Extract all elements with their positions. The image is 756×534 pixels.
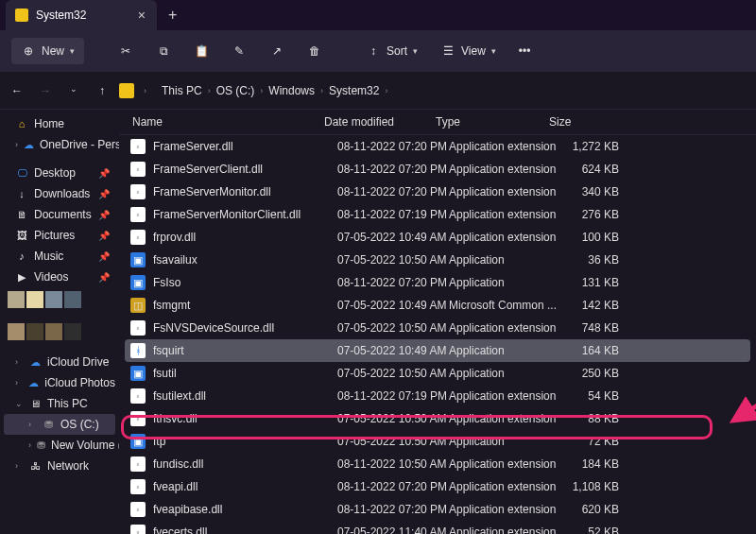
copy-icon: ⧉ xyxy=(156,43,171,59)
file-date: 08-11-2022 10:50 AM xyxy=(337,457,449,471)
file-date: 07-05-2022 10:50 AM xyxy=(337,412,449,425)
nav-os-drive[interactable]: ›⛃OS (C:) xyxy=(4,414,115,435)
paste-icon: 📋 xyxy=(194,43,209,59)
nav-icloud-photos[interactable]: ›☁iCloud Photos xyxy=(0,372,119,393)
file-type: Application extension xyxy=(449,140,562,153)
share-icon: ↗ xyxy=(269,43,284,59)
recent-button[interactable]: ⌄ xyxy=(66,84,81,97)
view-icon: ☰ xyxy=(440,43,455,59)
file-row[interactable]: ▣fsavailux07-05-2022 10:50 AMApplication… xyxy=(119,249,756,271)
breadcrumb-segment[interactable]: This PC xyxy=(162,84,202,97)
file-row[interactable]: ▫fsutilext.dll08-11-2022 07:19 PMApplica… xyxy=(119,385,756,407)
file-name: FrameServerClient.dll xyxy=(153,163,337,176)
file-row[interactable]: ▫frprov.dll07-05-2022 10:49 AMApplicatio… xyxy=(119,226,756,249)
file-type: Application extension xyxy=(449,389,562,403)
file-name: FsNVSDeviceSource.dll xyxy=(153,321,337,335)
file-row[interactable]: ᚼfsquirt07-05-2022 10:49 AMApplication16… xyxy=(125,339,750,362)
file-type: Application extension xyxy=(449,480,562,493)
share-button[interactable]: ↗ xyxy=(260,38,294,64)
file-icon: ᚼ xyxy=(130,343,146,358)
file-icon: ▣ xyxy=(130,366,146,381)
nav-new-volume[interactable]: ›⛃New Volume (D:) xyxy=(0,435,119,456)
file-name: FrameServerMonitorClient.dll xyxy=(153,208,337,221)
toolbar: ⊕ New ▾ ✂ ⧉ 📋 ✎ ↗ 🗑 ↕ Sort ▾ ☰ View ▾ ••… xyxy=(0,30,756,72)
up-button[interactable]: ↑ xyxy=(94,84,110,97)
column-type[interactable]: Type xyxy=(436,115,549,129)
color-swatch xyxy=(64,291,81,308)
view-button[interactable]: ☰ View ▾ xyxy=(431,38,506,64)
chevron-down-icon: ▾ xyxy=(70,46,75,56)
file-type: Application xyxy=(449,367,562,380)
paste-button[interactable]: 📋 xyxy=(184,38,218,64)
sort-button[interactable]: ↕ Sort ▾ xyxy=(356,38,427,64)
file-row[interactable]: ▣FsIso08-11-2022 07:20 PMApplication131 … xyxy=(119,271,756,294)
file-row[interactable]: ▫fthsvc.dll07-05-2022 10:50 AMApplicatio… xyxy=(119,407,756,430)
close-icon[interactable]: × xyxy=(138,8,146,23)
file-size: 164 KB xyxy=(562,344,619,357)
sort-icon: ↕ xyxy=(366,43,381,59)
file-row[interactable]: ▫fveapibase.dll08-11-2022 07:20 PMApplic… xyxy=(119,498,756,521)
delete-button[interactable]: 🗑 xyxy=(298,38,332,64)
file-name: fveapi.dll xyxy=(153,480,337,493)
nav-onedrive[interactable]: ›☁OneDrive - Persona xyxy=(0,134,119,155)
file-row[interactable]: ◫fsmgmt07-05-2022 10:49 AMMicrosoft Comm… xyxy=(119,294,756,317)
rename-button[interactable]: ✎ xyxy=(222,38,256,64)
column-headers[interactable]: Name Date modified Type Size xyxy=(119,110,756,135)
new-button[interactable]: ⊕ New ▾ xyxy=(11,38,84,64)
file-size: 1,108 KB xyxy=(562,480,619,493)
file-date: 07-05-2022 11:40 AM xyxy=(337,525,449,534)
file-type: Application extension xyxy=(449,321,562,335)
file-row[interactable]: ▫fveapi.dll08-11-2022 07:20 PMApplicatio… xyxy=(119,475,756,498)
file-row[interactable]: ▫fundisc.dll08-11-2022 10:50 AMApplicati… xyxy=(119,453,756,475)
nav-network[interactable]: ›🖧Network xyxy=(0,456,119,476)
breadcrumb-segment[interactable]: System32 xyxy=(329,84,379,97)
file-size: 52 KB xyxy=(562,525,619,534)
file-type: Application extension xyxy=(449,503,562,516)
home-icon: ⌂ xyxy=(15,117,28,130)
file-row[interactable]: ▫FrameServerMonitor.dll08-11-2022 07:20 … xyxy=(119,181,756,203)
tab[interactable]: System32 × xyxy=(6,0,157,30)
file-size: 620 KB xyxy=(562,503,619,516)
breadcrumb[interactable]: This PC›OS (C:)›Windows›System32› xyxy=(162,84,387,97)
file-row[interactable]: ▫FrameServerClient.dll08-11-2022 07:20 P… xyxy=(119,158,756,181)
nav-pane[interactable]: ⌂Home ›☁OneDrive - Persona 🖵Desktop📌 ↓Do… xyxy=(0,110,119,534)
file-icon: ▫ xyxy=(130,388,146,404)
copy-button[interactable]: ⧉ xyxy=(146,38,180,64)
nav-desktop[interactable]: 🖵Desktop📌 xyxy=(0,163,119,183)
file-row[interactable]: ▣ftp07-05-2022 10:50 AMApplication72 KB xyxy=(119,430,756,453)
file-row[interactable]: ▫FrameServerMonitorClient.dll08-11-2022 … xyxy=(119,203,756,226)
file-date: 07-05-2022 10:50 AM xyxy=(337,367,449,380)
chevron-right-icon: › xyxy=(385,86,387,95)
file-name: fsavailux xyxy=(153,253,337,267)
cut-button[interactable]: ✂ xyxy=(109,38,143,64)
new-tab-button[interactable]: + xyxy=(168,7,177,24)
file-icon: ▫ xyxy=(130,525,146,534)
breadcrumb-segment[interactable]: OS (C:) xyxy=(216,84,255,97)
file-row[interactable]: ▣fsutil07-05-2022 10:50 AMApplication250… xyxy=(119,362,756,385)
file-row[interactable]: ▫FrameServer.dll08-11-2022 07:20 PMAppli… xyxy=(119,135,756,158)
nav-downloads[interactable]: ↓Downloads📌 xyxy=(0,183,119,204)
nav-pictures[interactable]: 🖼Pictures📌 xyxy=(0,225,119,246)
chevron-right-icon: › xyxy=(144,86,146,95)
nav-this-pc[interactable]: ⌄🖥This PC xyxy=(0,393,119,414)
more-button[interactable]: ••• xyxy=(509,39,541,63)
file-list[interactable]: Name Date modified Type Size ▫FrameServe… xyxy=(119,110,756,534)
back-button[interactable]: ← xyxy=(9,84,25,97)
nav-home[interactable]: ⌂Home xyxy=(0,113,119,134)
file-icon: ▣ xyxy=(130,252,146,267)
folder-icon xyxy=(119,83,134,98)
nav-documents[interactable]: 🗎Documents📌 xyxy=(0,204,119,225)
pin-icon: 📌 xyxy=(98,189,110,199)
file-row[interactable]: ▫fvecerts.dll07-05-2022 11:40 AMApplicat… xyxy=(119,521,756,534)
file-date: 08-11-2022 07:20 PM xyxy=(337,140,449,153)
nav-videos[interactable]: ▶Videos📌 xyxy=(0,267,119,287)
breadcrumb-segment[interactable]: Windows xyxy=(268,84,315,97)
chevron-right-icon: › xyxy=(15,140,18,149)
column-size[interactable]: Size xyxy=(549,115,606,129)
file-row[interactable]: ▫FsNVSDeviceSource.dll07-05-2022 10:50 A… xyxy=(119,317,756,339)
forward-button[interactable]: → xyxy=(38,84,53,97)
nav-icloud-drive[interactable]: ›☁iCloud Drive xyxy=(0,352,119,372)
column-date[interactable]: Date modified xyxy=(324,115,436,129)
nav-music[interactable]: ♪Music📌 xyxy=(0,246,119,267)
column-name[interactable]: Name xyxy=(130,115,324,129)
